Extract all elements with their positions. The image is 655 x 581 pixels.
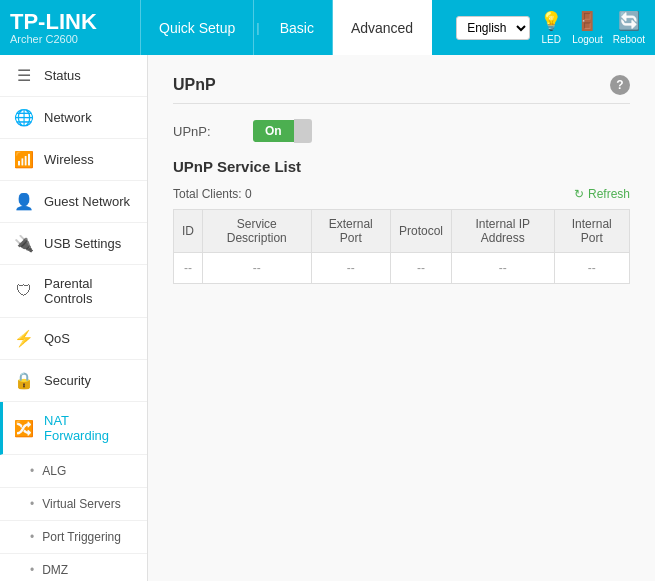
model-name: Archer C2600: [10, 33, 140, 45]
sidebar-label-qos: QoS: [44, 331, 70, 346]
content-area: UPnP ? UPnP: On UPnP Service List Total …: [148, 55, 655, 581]
col-internal-port: Internal Port: [554, 210, 629, 253]
sidebar-item-network[interactable]: 🌐 Network: [0, 97, 147, 139]
sub-label-virtual-servers: Virtual Servers: [42, 497, 120, 511]
logout-button[interactable]: 🚪 Logout: [572, 10, 603, 45]
table-header-bar: Total Clients: 0 ↻ Refresh: [173, 187, 630, 201]
led-label: LED: [541, 34, 560, 45]
sub-label-dmz: DMZ: [42, 563, 68, 577]
sidebar-item-security[interactable]: 🔒 Security: [0, 360, 147, 402]
wireless-icon: 📶: [14, 150, 34, 169]
sidebar-item-wireless[interactable]: 📶 Wireless: [0, 139, 147, 181]
sidebar-item-status[interactable]: ☰ Status: [0, 55, 147, 97]
nav-tabs: Quick Setup | Basic Advanced: [140, 0, 456, 55]
table-row: ------------: [174, 253, 630, 284]
reboot-icon: 🔄: [618, 10, 640, 32]
sub-item-port-triggering[interactable]: Port Triggering: [0, 521, 147, 554]
sidebar-label-security: Security: [44, 373, 91, 388]
qos-icon: ⚡: [14, 329, 34, 348]
status-icon: ☰: [14, 66, 34, 85]
logout-icon: 🚪: [576, 10, 598, 32]
sidebar-item-guest-network[interactable]: 👤 Guest Network: [0, 181, 147, 223]
col-id: ID: [174, 210, 203, 253]
upnp-service-table: ID Service Description External Port Pro…: [173, 209, 630, 284]
sidebar-label-nat: NAT Forwarding: [44, 413, 133, 443]
sidebar: ☰ Status 🌐 Network 📶 Wireless 👤 Guest Ne…: [0, 55, 148, 581]
sidebar-label-wireless: Wireless: [44, 152, 94, 167]
sidebar-label-guest-network: Guest Network: [44, 194, 130, 209]
sub-item-alg[interactable]: ALG: [0, 455, 147, 488]
toggle-on-button[interactable]: On: [253, 120, 294, 142]
usb-icon: 🔌: [14, 234, 34, 253]
sidebar-item-parental-controls[interactable]: 🛡 Parental Controls: [0, 265, 147, 318]
col-service-desc: Service Description: [203, 210, 312, 253]
help-button[interactable]: ?: [610, 75, 630, 95]
sidebar-label-status: Status: [44, 68, 81, 83]
total-clients-label: Total Clients: 0: [173, 187, 252, 201]
table-header-row: ID Service Description External Port Pro…: [174, 210, 630, 253]
col-protocol: Protocol: [390, 210, 451, 253]
sub-label-port-triggering: Port Triggering: [42, 530, 121, 544]
refresh-button[interactable]: ↻ Refresh: [574, 187, 630, 201]
col-external-port: External Port: [311, 210, 390, 253]
sub-item-virtual-servers[interactable]: Virtual Servers: [0, 488, 147, 521]
service-list-title: UPnP Service List: [173, 158, 630, 175]
sidebar-label-network: Network: [44, 110, 92, 125]
sidebar-item-usb-settings[interactable]: 🔌 USB Settings: [0, 223, 147, 265]
logo-area: TP-LINK Archer C2600: [10, 11, 140, 45]
sidebar-label-usb: USB Settings: [44, 236, 121, 251]
sub-item-dmz[interactable]: DMZ: [0, 554, 147, 581]
nat-icon: 🔀: [14, 419, 34, 438]
page-title: UPnP: [173, 76, 216, 94]
upnp-label: UPnP:: [173, 124, 253, 139]
security-icon: 🔒: [14, 371, 34, 390]
upnp-toggle[interactable]: On: [253, 119, 312, 143]
led-button[interactable]: 💡 LED: [540, 10, 562, 45]
main-layout: ☰ Status 🌐 Network 📶 Wireless 👤 Guest Ne…: [0, 55, 655, 581]
sidebar-item-nat-forwarding[interactable]: 🔀 NAT Forwarding: [0, 402, 147, 455]
tab-advanced[interactable]: Advanced: [333, 0, 432, 55]
upnp-toggle-row: UPnP: On: [173, 119, 630, 143]
tab-quick-setup[interactable]: Quick Setup: [140, 0, 254, 55]
page-title-bar: UPnP ?: [173, 75, 630, 104]
guest-network-icon: 👤: [14, 192, 34, 211]
led-icon: 💡: [540, 10, 562, 32]
refresh-icon: ↻: [574, 187, 584, 201]
tab-basic[interactable]: Basic: [262, 0, 333, 55]
toggle-off-area[interactable]: [294, 119, 312, 143]
parental-icon: 🛡: [14, 282, 34, 300]
reboot-label: Reboot: [613, 34, 645, 45]
sidebar-label-parental: Parental Controls: [44, 276, 133, 306]
refresh-label: Refresh: [588, 187, 630, 201]
logout-label: Logout: [572, 34, 603, 45]
sidebar-item-qos[interactable]: ⚡ QoS: [0, 318, 147, 360]
language-select[interactable]: English: [456, 16, 530, 40]
header: TP-LINK Archer C2600 Quick Setup | Basic…: [0, 0, 655, 55]
sub-label-alg: ALG: [42, 464, 66, 478]
network-icon: 🌐: [14, 108, 34, 127]
brand-name: TP-LINK: [10, 11, 140, 33]
header-right: English 💡 LED 🚪 Logout 🔄 Reboot: [456, 10, 645, 45]
reboot-button[interactable]: 🔄 Reboot: [613, 10, 645, 45]
col-internal-ip: Internal IP Address: [451, 210, 554, 253]
nav-separator: |: [254, 20, 261, 35]
